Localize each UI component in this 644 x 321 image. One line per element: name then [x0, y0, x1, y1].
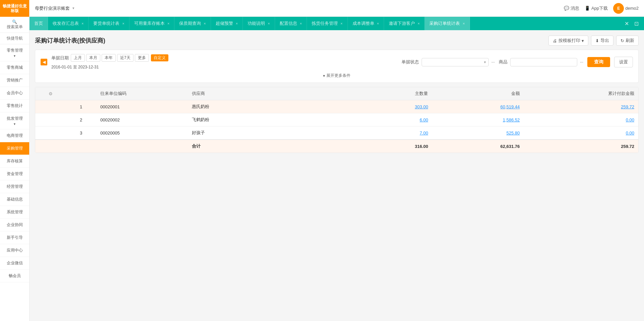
sidebar-item-企业协同[interactable]: 企业协同	[0, 219, 29, 231]
close-tab-icon[interactable]: ×	[236, 21, 238, 25]
sidebar-item-库存核算[interactable]: 库存核算	[0, 155, 29, 168]
refresh-btn[interactable]: ↻ 刷新	[616, 36, 639, 46]
row-qty[interactable]: 6.00	[340, 113, 432, 126]
row-qty[interactable]: 7.00	[340, 126, 432, 140]
row-amount[interactable]: 60,519.44	[432, 100, 524, 113]
user-menu[interactable]: E demo2	[613, 3, 639, 14]
table-row: 300020005好孩子7.00525.800.00	[35, 126, 638, 140]
date-quick-btn-近7天[interactable]: 近7天	[117, 54, 133, 62]
status-filter-label: 单据状态	[401, 59, 419, 65]
row-paid[interactable]: 259.72	[524, 100, 638, 113]
close-tab-icon[interactable]: ×	[167, 21, 169, 25]
sidebar-item-会员中心[interactable]: 会员中心	[0, 87, 29, 100]
query-btn[interactable]: 查询	[587, 57, 610, 67]
sidebar-item-应用中心[interactable]: 应用中心	[0, 244, 29, 257]
nav-tab-邀请下游客户[interactable]: 邀请下游客户×	[384, 17, 425, 30]
sidebar-item-采购管理[interactable]: 采购管理	[0, 142, 29, 155]
footer-col-setting	[35, 140, 66, 153]
expand-more-btn[interactable]: ▾ 展开更多条件	[323, 73, 351, 78]
sidebar-item-经营管理[interactable]: 经营管理	[0, 180, 29, 193]
close-tab-icon[interactable]: ×	[340, 21, 342, 25]
row-paid[interactable]: 0.00	[524, 113, 638, 126]
goods-more-btn[interactable]: ···	[580, 60, 583, 64]
date-quick-btn-上月[interactable]: 上月	[71, 54, 85, 62]
sidebar-search[interactable]: 🔍 搜索菜单	[0, 17, 29, 33]
sidebar-item-资金管理[interactable]: 资金管理	[0, 168, 29, 180]
sidebar-item-新手引导[interactable]: 新手引导	[0, 231, 29, 244]
nav-tab-label: 首页	[34, 20, 43, 26]
close-tab-icon[interactable]: ×	[300, 21, 302, 25]
row-code: 00020002	[96, 113, 188, 126]
nav-tab-要货单统计表[interactable]: 要货单统计表×	[89, 17, 129, 30]
date-quick-btn-本月[interactable]: 本月	[86, 54, 100, 62]
date-top-row: 单据日期 上月本月本年近7天更多 自定义	[51, 54, 168, 62]
row-setting	[35, 126, 66, 140]
sidebar-item-零售商城[interactable]: 零售商城	[0, 61, 29, 74]
sidebar-item-零售管理[interactable]: 零售管理 ▾	[0, 44, 29, 61]
sidebar-item-label: 企业协同	[7, 222, 23, 228]
app-download-btn[interactable]: 📱 App下载	[585, 5, 608, 11]
close-tab-icon[interactable]: ×	[204, 21, 206, 25]
close-tab-icon[interactable]: ×	[418, 21, 420, 25]
close-tab-icon[interactable]: ×	[122, 21, 124, 25]
col-paid-header: 累计付款金额	[524, 87, 638, 100]
row-qty[interactable]: 303.00	[340, 100, 432, 113]
nav-tab-功能说明[interactable]: 功能说明×	[243, 17, 275, 30]
nav-tab-采购订单统计表[interactable]: 采购订单统计表×	[425, 17, 470, 30]
nav-tab-成本调整单[interactable]: 成本调整单×	[348, 17, 384, 30]
nav-tab-label: 成本调整单	[353, 20, 374, 26]
sidebar-item-电商管理[interactable]: 电商管理	[0, 129, 29, 142]
nav-tab-首页[interactable]: 首页	[30, 17, 48, 30]
goods-input[interactable]	[510, 58, 577, 66]
row-amount[interactable]: 1,586.52	[432, 113, 524, 126]
sidebar-item-零售统计[interactable]: 零售统计	[0, 100, 29, 112]
col-no-header	[66, 87, 96, 100]
col-supplier-header: 供应商	[188, 87, 340, 100]
sidebar-quick-nav[interactable]: 快捷导航	[0, 33, 29, 44]
message-icon: 💬	[564, 6, 569, 11]
column-settings-icon[interactable]: ⚙	[49, 91, 53, 96]
nav-tab-配置信息[interactable]: 配置信息×	[275, 17, 307, 30]
nav-tab-收发存汇总表[interactable]: 收发存汇总表×	[48, 17, 89, 30]
message-btn[interactable]: 💬 消息	[564, 5, 579, 11]
template-print-btn[interactable]: 🖨 按模板打印 ▾	[548, 36, 588, 46]
close-tab-icon[interactable]: ×	[268, 21, 270, 25]
expand-more-row: ▾ 展开更多条件	[41, 73, 633, 78]
sidebar-item-批发管理[interactable]: 批发管理 ▾	[0, 112, 29, 129]
row-paid[interactable]: 0.00	[524, 126, 638, 140]
nav-tab-label: 收发存汇总表	[53, 20, 79, 26]
close-tab-icon[interactable]: ×	[463, 21, 465, 25]
status-select[interactable]	[422, 58, 489, 66]
filter-row: ◀ 单据日期 上月本月本年近7天更多 自定义 2016-01-01 至 2023…	[41, 54, 633, 70]
settings-btn[interactable]: 设置	[614, 57, 633, 67]
sidebar-item-label: 应用中心	[7, 248, 23, 253]
sidebar-item-营销推广[interactable]: 营销推广	[0, 74, 29, 87]
close-tab-icon[interactable]: ×	[82, 21, 84, 25]
sidebar-item-畅会员[interactable]: 畅会员	[0, 270, 29, 282]
nav-tab-保质期查询[interactable]: 保质期查询×	[174, 17, 211, 30]
nav-tab-拣货任务管理[interactable]: 拣货任务管理×	[307, 17, 347, 30]
date-quick-btn-更多[interactable]: 更多	[135, 54, 149, 62]
nav-tab-超储预警[interactable]: 超储预警×	[211, 17, 243, 30]
sidebar-item-基础信息[interactable]: 基础信息	[0, 193, 29, 206]
sidebar-item-系统管理[interactable]: 系统管理	[0, 206, 29, 219]
filter-area: ◀ 单据日期 上月本月本年近7天更多 自定义 2016-01-01 至 2023…	[35, 50, 639, 83]
export-btn[interactable]: ⬇ 导出	[591, 36, 613, 46]
status-filter-group: 单据状态 ···	[401, 58, 495, 66]
filter-collapse-btn[interactable]: ◀	[41, 59, 47, 65]
date-quick-btn-本年[interactable]: 本年	[102, 54, 116, 62]
download-icon: 📱	[585, 6, 590, 11]
workspace-selector[interactable]: 母婴行业演示账套 ▾	[35, 5, 74, 11]
nav-tab-可用量库存账本[interactable]: 可用量库存账本×	[129, 17, 174, 30]
sidebar-item-企业微信[interactable]: 企业微信	[0, 257, 29, 270]
close-tab-btn[interactable]: ✕	[623, 19, 630, 28]
status-more-btn[interactable]: ···	[491, 60, 495, 64]
sidebar-item-label: 库存核算	[7, 158, 23, 164]
close-tab-icon[interactable]: ×	[377, 21, 379, 25]
col-code-header: 往来单位编码	[96, 87, 188, 100]
nav-tab-label: 可用量库存账本	[134, 20, 165, 26]
row-amount[interactable]: 525.80	[432, 126, 524, 140]
table-row: 100020001惠氏奶粉303.0060,519.44259.72	[35, 100, 638, 113]
maximize-btn[interactable]: ⊡	[633, 19, 640, 28]
custom-date-btn[interactable]: 自定义	[151, 54, 168, 61]
